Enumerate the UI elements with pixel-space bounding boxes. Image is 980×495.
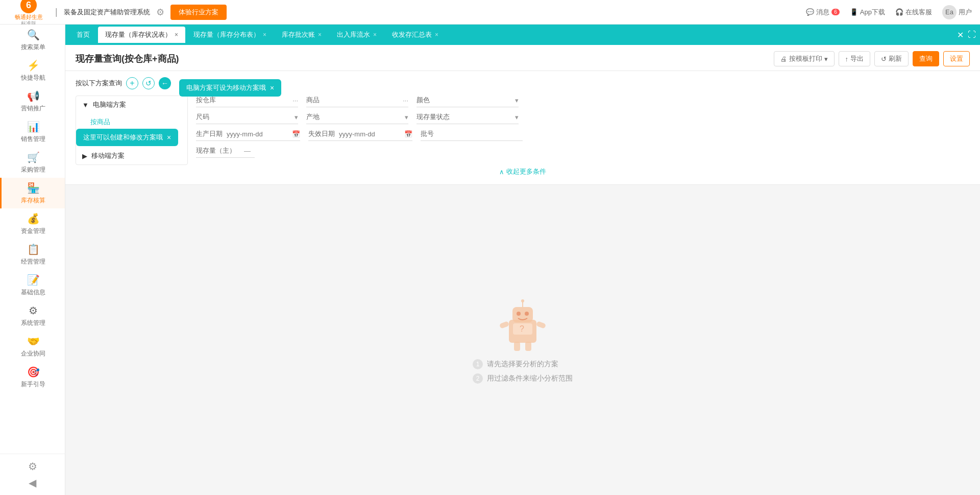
- tab-home[interactable]: 首页: [69, 27, 97, 43]
- batch-no-input[interactable]: [438, 130, 509, 138]
- sidebar-item-purchase[interactable]: 🛒 采购管理: [0, 147, 65, 178]
- goods-label: 商品: [306, 96, 320, 105]
- sidebar-item-marketing[interactable]: 📢 营销推广: [0, 86, 65, 116]
- sidebar-item-enterprise[interactable]: 🤝 企业协同: [0, 331, 65, 362]
- expire-date-cal-icon[interactable]: 📅: [404, 130, 412, 138]
- tooltip-create-close[interactable]: ×: [167, 133, 171, 142]
- expire-date-label: 失效日期: [308, 129, 335, 138]
- filter-refresh-icon: ↺: [145, 79, 152, 87]
- settings-icon[interactable]: ⚙: [156, 7, 164, 18]
- warehouse-more-icon: ···: [292, 97, 298, 104]
- tab-inventory-batch-label: 库存批次账: [282, 30, 315, 39]
- filter-back-btn[interactable]: ←: [159, 77, 171, 89]
- tab-receive-summary[interactable]: 收发存汇总表 ×: [385, 27, 446, 43]
- tab-inout-flow-close[interactable]: ×: [373, 31, 377, 38]
- refresh-label: 刷新: [889, 54, 902, 63]
- size-dropdown-icon: ▾: [295, 113, 298, 121]
- capital-icon: 💰: [27, 213, 40, 225]
- produce-date-label: 生产日期: [196, 129, 223, 138]
- marketing-icon: 📢: [27, 90, 40, 102]
- sidebar-item-label-capital: 资金管理: [21, 227, 45, 235]
- stock-main-label: 现存量（主）: [196, 146, 236, 155]
- filter-add-btn[interactable]: +: [126, 77, 138, 89]
- sidebar-item-label-quick: 快捷导航: [21, 74, 45, 82]
- settings-btn[interactable]: 设置: [943, 51, 970, 66]
- sidebar-item-label-enterprise: 企业协同: [21, 349, 45, 358]
- sidebar-item-search-menu[interactable]: 🔍 搜索菜单: [0, 25, 65, 55]
- collapse-icon: ∧: [499, 168, 504, 176]
- tree-section-desktop[interactable]: ▼ 电脑端方案: [76, 96, 187, 113]
- size-label: 尺码: [196, 112, 209, 122]
- brand-name: 畅通好生意: [15, 14, 43, 20]
- tab-fullscreen-btn[interactable]: ⛶: [968, 30, 976, 40]
- stock-main-separator: —: [240, 147, 255, 155]
- filter-header: 按以下方案查询 + ↺ ← 电脑方案可设为移动方案哦 ×: [76, 77, 970, 89]
- sidebar-item-newbie[interactable]: 🎯 新手引导: [0, 362, 65, 392]
- refresh-btn[interactable]: ↺ 刷新: [874, 51, 909, 66]
- message-item[interactable]: 💬 消息 6: [806, 8, 840, 17]
- sidebar-item-label-inventory: 库存核算: [21, 196, 45, 205]
- export-label: 导出: [850, 54, 864, 63]
- origin-label: 产地: [306, 112, 320, 122]
- tooltip-scheme-close[interactable]: ×: [270, 84, 274, 92]
- page-header: 现存量查询(按仓库+商品) 🖨 按模板打印 ▾ ↑ 导出 ↺ 刷新: [65, 45, 980, 71]
- search-menu-icon: 🔍: [27, 29, 40, 41]
- logo-icon: 6: [20, 0, 37, 13]
- user-avatar-text: Ea: [945, 8, 953, 16]
- sidebar-item-system[interactable]: ⚙ 系统管理: [0, 300, 65, 331]
- export-icon: ↑: [845, 55, 849, 63]
- tab-receive-summary-close[interactable]: ×: [435, 31, 438, 38]
- user-item[interactable]: Ea 用户: [942, 5, 972, 19]
- expire-date-input[interactable]: [339, 130, 400, 138]
- sidebar-item-basic-info[interactable]: 📝 基础信息: [0, 270, 65, 300]
- export-btn[interactable]: ↑ 导出: [839, 51, 871, 66]
- support-item[interactable]: 🎧 在线客服: [895, 8, 932, 17]
- message-badge: 6: [831, 9, 840, 15]
- print-label: 按模板打印: [789, 54, 822, 63]
- sales-icon: 📊: [27, 121, 40, 133]
- sidebar-item-capital[interactable]: 💰 资金管理: [0, 208, 65, 239]
- collapse-bar[interactable]: ∧ 收起更多条件: [76, 165, 970, 178]
- tab-inout-flow[interactable]: 出入库流水 ×: [330, 27, 384, 43]
- empty-step-2: 2 用过滤条件来缩小分析范围: [473, 373, 573, 384]
- sidebar-item-quick-nav[interactable]: ⚡ 快捷导航: [0, 55, 65, 86]
- tab-close-all-btn[interactable]: ✕: [957, 30, 964, 40]
- sidebar-settings-btn[interactable]: ⚙: [28, 460, 37, 473]
- industry-btn[interactable]: 体验行业方案: [170, 5, 227, 20]
- tab-inventory-status-close[interactable]: ×: [175, 31, 178, 38]
- query-label: 查询: [919, 54, 933, 63]
- produce-date-cal-icon[interactable]: 📅: [292, 130, 300, 138]
- collapse-label: 收起更多条件: [506, 167, 546, 176]
- sidebar-item-sales[interactable]: 📊 销售管理: [0, 116, 65, 147]
- empty-steps: 1 请先选择要分析的方案 2 用过滤条件来缩小分析范围: [473, 359, 573, 384]
- tab-inventory-batch-close[interactable]: ×: [318, 31, 322, 38]
- step-1-text: 请先选择要分析的方案: [487, 360, 558, 369]
- tab-inventory-dist-close[interactable]: ×: [263, 31, 266, 38]
- sidebar-collapse-btn[interactable]: ◀: [29, 477, 36, 489]
- filter-refresh-btn[interactable]: ↺: [142, 77, 155, 89]
- sidebar-item-label-system: 系统管理: [21, 319, 45, 327]
- system-name: 装备及固定资产辅助管理系统: [64, 8, 150, 17]
- sidebar-item-inventory[interactable]: 🏪 库存核算: [0, 178, 65, 208]
- tab-inventory-status-label: 现存量（库存状况表）: [105, 30, 172, 39]
- tab-inventory-batch[interactable]: 库存批次账 ×: [275, 27, 329, 43]
- operations-icon: 📋: [27, 243, 40, 255]
- sidebar-item-operations[interactable]: 📋 经营管理: [0, 239, 65, 270]
- filter-row-2: 尺码 ▾ 产地 ▾ 现存量状态 ▾: [196, 112, 970, 124]
- settings-label: 设置: [950, 54, 963, 63]
- tab-inventory-dist[interactable]: 现存量（库存分布表） ×: [186, 27, 274, 43]
- app-download-icon: 📱: [850, 8, 858, 16]
- produce-date-input[interactable]: [227, 130, 288, 138]
- stock-status-dropdown-icon: ▾: [515, 113, 519, 121]
- print-btn[interactable]: 🖨 按模板打印 ▾: [774, 51, 835, 66]
- tree-item-goods[interactable]: 按商品: [76, 113, 187, 131]
- query-btn[interactable]: 查询: [913, 51, 939, 66]
- svg-rect-4: [499, 321, 509, 329]
- user-label: 用户: [959, 8, 972, 17]
- tab-inventory-status[interactable]: 现存量（库存状况表） ×: [98, 27, 185, 43]
- filter-label: 按以下方案查询: [76, 79, 122, 88]
- tree-toggle-mobile: ▶: [82, 152, 87, 160]
- app-download-item[interactable]: 📱 App下载: [850, 8, 885, 17]
- tree-section-mobile[interactable]: ▶ 移动端方案: [76, 147, 187, 164]
- user-avatar: Ea: [942, 5, 957, 19]
